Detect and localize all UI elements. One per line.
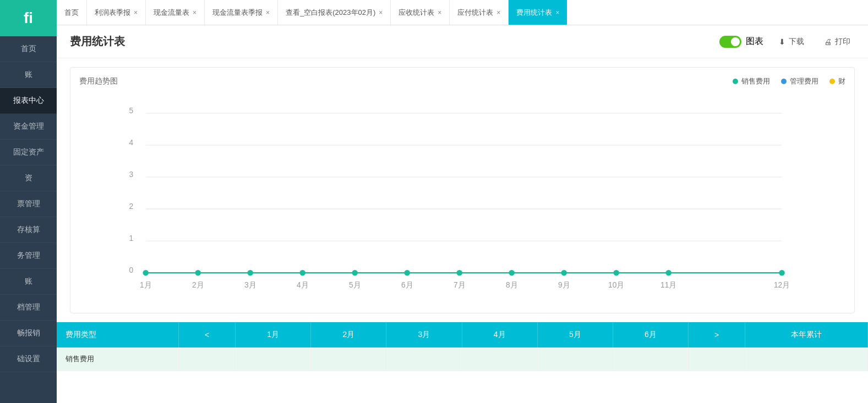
- tab-expense-stats[interactable]: 费用统计表 ×: [509, 0, 567, 25]
- sidebar-item-service[interactable]: 务管理: [0, 243, 57, 269]
- col-ytd: 本年累计: [745, 322, 868, 347]
- sidebar-item-reports[interactable]: 报表中心: [0, 88, 57, 114]
- tab-payable-label: 应付统计表: [457, 8, 493, 18]
- tab-cashflow-label: 现金流量表: [154, 8, 189, 18]
- tab-cashflow[interactable]: 现金流量表 ×: [146, 0, 205, 25]
- tab-payable-close[interactable]: ×: [496, 9, 500, 16]
- legend-admin-dot: [781, 79, 787, 84]
- sidebar-item-settings[interactable]: 础设置: [0, 346, 57, 372]
- chart-header: 费用趋势图 销售费用 管理费用 财: [79, 76, 845, 86]
- tab-receivable-label: 应收统计表: [398, 8, 434, 18]
- tab-home[interactable]: 首页: [57, 0, 87, 25]
- legend-sales-dot: [733, 79, 738, 84]
- row-m5: [537, 347, 613, 371]
- table-header-row: 费用类型 < 1月 2月 3月 4月 5月 6月 > 本年累计: [57, 322, 868, 347]
- sidebar: fi 首页 账 报表中心 资金管理 固定资产 资 票管理 存核算 务管理 账 档…: [0, 0, 57, 403]
- svg-text:7月: 7月: [454, 281, 466, 289]
- svg-text:0: 0: [129, 266, 134, 274]
- chart-legend: 销售费用 管理费用 财: [733, 76, 845, 86]
- legend-finance-dot: [829, 79, 835, 84]
- sidebar-item-zi[interactable]: 资: [0, 165, 57, 191]
- download-label: 下载: [789, 37, 804, 47]
- sidebar-item-inventory[interactable]: 存核算: [0, 217, 57, 243]
- chart-title: 费用趋势图: [79, 76, 118, 86]
- svg-text:8月: 8月: [506, 281, 518, 289]
- tab-home-label: 首页: [64, 8, 79, 18]
- sidebar-item-funds[interactable]: 资金管理: [0, 114, 57, 140]
- svg-text:1: 1: [129, 234, 134, 242]
- chart-point-5: [352, 270, 358, 276]
- row-m3: [386, 347, 462, 371]
- row-label: 销售费用: [57, 347, 179, 371]
- tab-receivable-close[interactable]: ×: [438, 9, 441, 16]
- chart-toggle-label: 图表: [746, 36, 763, 47]
- tab-blank-report-label: 查看_空白报表(2023年02月): [286, 8, 375, 18]
- col-nav-next[interactable]: >: [689, 322, 745, 347]
- chart-point-6: [404, 270, 410, 276]
- chart-section: 费用趋势图 销售费用 管理费用 财: [57, 58, 868, 322]
- tab-cashflow-quarterly-close[interactable]: ×: [266, 9, 270, 16]
- row-next: [689, 347, 745, 371]
- expense-table: 费用类型 < 1月 2月 3月 4月 5月 6月 > 本年累计: [57, 322, 868, 371]
- row-m2: [311, 347, 386, 371]
- legend-sales-label: 销售费用: [741, 76, 770, 86]
- legend-admin-label: 管理费用: [790, 76, 818, 86]
- page-content: 费用统计表 图表 ⬇ 下载 🖨 打印 费用趋势图: [57, 25, 868, 403]
- svg-text:2月: 2月: [192, 281, 204, 289]
- tab-profit-quarterly[interactable]: 利润表季报 ×: [87, 0, 146, 25]
- sidebar-item-home[interactable]: 首页: [0, 36, 57, 62]
- tab-payable[interactable]: 应付统计表 ×: [450, 0, 509, 25]
- tab-cashflow-quarterly[interactable]: 现金流量表季报 ×: [205, 0, 278, 25]
- row-ytd: [745, 347, 868, 371]
- next-icon[interactable]: >: [714, 330, 719, 339]
- col-nav-prev[interactable]: <: [179, 322, 236, 347]
- row-nav: [179, 347, 236, 371]
- chart-container: 费用趋势图 销售费用 管理费用 财: [70, 67, 855, 313]
- svg-text:3: 3: [129, 170, 134, 179]
- sidebar-item-account[interactable]: 账: [0, 269, 57, 295]
- legend-admin: 管理费用: [781, 76, 818, 86]
- chart-toggle[interactable]: [719, 36, 741, 48]
- table-row: 销售费用: [57, 347, 868, 371]
- tab-receivable[interactable]: 应收统计表 ×: [391, 0, 450, 25]
- legend-finance: 财: [829, 76, 845, 86]
- col-expense-type: 费用类型: [57, 322, 179, 347]
- col-month-5: 5月: [537, 322, 613, 347]
- tab-blank-report-close[interactable]: ×: [379, 9, 383, 16]
- svg-text:10月: 10月: [608, 281, 624, 289]
- row-m6: [613, 347, 688, 371]
- legend-sales: 销售费用: [733, 76, 770, 86]
- download-button[interactable]: ⬇ 下载: [774, 35, 809, 49]
- tab-profit-quarterly-close[interactable]: ×: [134, 9, 138, 16]
- print-icon: 🖨: [824, 37, 832, 46]
- sidebar-item-archive[interactable]: 档管理: [0, 295, 57, 321]
- sidebar-item-expense[interactable]: 畅报销: [0, 321, 57, 346]
- row-m4: [462, 347, 537, 371]
- tab-expense-stats-close[interactable]: ×: [555, 9, 559, 16]
- col-month-1: 1月: [236, 322, 311, 347]
- chart-toggle-wrapper: 图表: [719, 36, 763, 48]
- sidebar-item-invoice[interactable]: 票管理: [0, 191, 57, 217]
- page-title: 费用统计表: [70, 34, 125, 49]
- tab-cashflow-close[interactable]: ×: [193, 9, 196, 16]
- sidebar-logo: fi: [0, 0, 57, 36]
- row-m1: [236, 347, 311, 371]
- svg-text:9月: 9月: [558, 281, 570, 289]
- svg-text:11月: 11月: [660, 281, 676, 289]
- chart-point-3: [247, 270, 253, 276]
- prev-icon[interactable]: <: [205, 330, 209, 339]
- chart-point-8: [509, 270, 515, 276]
- print-button[interactable]: 🖨 打印: [820, 35, 855, 49]
- chart-point-10: [613, 270, 619, 276]
- col-month-6: 6月: [613, 322, 688, 347]
- svg-text:4: 4: [129, 139, 134, 147]
- col-month-2: 2月: [311, 322, 386, 347]
- tab-blank-report[interactable]: 查看_空白报表(2023年02月) ×: [278, 0, 391, 25]
- chart-point-12: [779, 270, 785, 276]
- svg-text:6月: 6月: [401, 281, 413, 289]
- trend-chart: 0 1 2 3 4 5: [79, 93, 845, 302]
- sidebar-item-assets[interactable]: 固定资产: [0, 140, 57, 165]
- print-label: 打印: [835, 37, 850, 47]
- sidebar-item-ledger[interactable]: 账: [0, 62, 57, 88]
- chart-point-4: [299, 270, 305, 276]
